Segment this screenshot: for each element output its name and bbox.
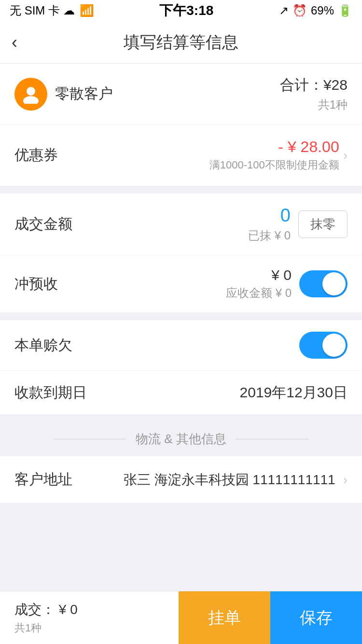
prepayment-right: ¥ 0 应收金额 ¥ 0 bbox=[226, 267, 348, 301]
bottom-info: 成交： ¥ 0 共1种 bbox=[0, 601, 179, 635]
prepayment-label: 冲预收 bbox=[14, 274, 82, 294]
sim-status: 无 SIM 卡 ☁ bbox=[10, 3, 75, 18]
deal-amount-section: 成交金额 0 已抹 ¥ 0 抹零 冲预收 ¥ 0 应收金额 ¥ 0 bbox=[0, 194, 362, 312]
svg-point-0 bbox=[27, 87, 35, 96]
deal-amount-label: 成交金额 bbox=[14, 214, 82, 234]
deal-amount-value: 0 bbox=[280, 205, 291, 226]
battery-level: 69% bbox=[311, 4, 334, 17]
bottom-bar: 成交： ¥ 0 共1种 挂单 保存 bbox=[0, 591, 362, 644]
status-time: 下午3:18 bbox=[159, 1, 213, 20]
wifi-icon: 📶 bbox=[80, 4, 94, 17]
status-bar: 无 SIM 卡 ☁ 📶 下午3:18 ↗ ⏰ 69% 🔋 bbox=[0, 0, 362, 21]
nav-bar: ‹ 填写结算等信息 bbox=[0, 21, 362, 64]
coupon-right: - ¥ 28.00 满1000-100不限制使用金额 › bbox=[209, 138, 348, 172]
bottom-deal-label: 成交： bbox=[14, 602, 55, 617]
address-chevron-icon: › bbox=[343, 472, 348, 488]
address-row[interactable]: 客户地址 张三 海淀永丰科技园 11111111111 › bbox=[0, 456, 362, 504]
location-icon: ↗ bbox=[279, 4, 289, 17]
alarm-icon: ⏰ bbox=[292, 4, 307, 17]
prepayment-sub: 应收金额 ¥ 0 bbox=[226, 285, 292, 301]
debt-label: 本单赊欠 bbox=[14, 336, 82, 355]
logistics-label: 物流 & 其他信息 bbox=[136, 431, 226, 448]
round-off-button[interactable]: 抹零 bbox=[298, 210, 348, 238]
avatar bbox=[14, 78, 47, 111]
logistics-header: 物流 & 其他信息 bbox=[0, 422, 362, 456]
coupon-amount: - ¥ 28.00 bbox=[209, 138, 339, 156]
page-title: 填写结算等信息 bbox=[124, 31, 238, 54]
address-label: 客户地址 bbox=[14, 470, 72, 490]
coupon-label: 优惠券 bbox=[14, 145, 58, 165]
chevron-right-icon: › bbox=[343, 148, 348, 163]
bottom-deal-amount: 成交： ¥ 0 bbox=[14, 601, 164, 619]
due-date-value: 2019年12月30日 bbox=[240, 383, 348, 403]
debt-right bbox=[299, 332, 348, 359]
debt-row: 本单赊欠 bbox=[0, 320, 362, 371]
save-button[interactable]: 保存 bbox=[270, 591, 362, 644]
due-date-row: 收款到期日 2019年12月30日 bbox=[0, 371, 362, 414]
customer-left: 零散客户 bbox=[14, 78, 113, 111]
status-left: 无 SIM 卡 ☁ 📶 bbox=[10, 3, 94, 18]
status-right: ↗ ⏰ 69% 🔋 bbox=[279, 4, 352, 17]
debt-section: 本单赊欠 收款到期日 2019年12月30日 bbox=[0, 320, 362, 414]
prepayment-row: 冲预收 ¥ 0 应收金额 ¥ 0 bbox=[0, 255, 362, 312]
address-value: 张三 海淀永丰科技园 11111111111 bbox=[80, 471, 335, 489]
debt-toggle[interactable] bbox=[299, 332, 348, 359]
customer-section: 零散客户 合计：¥28 共1种 优惠券 - ¥ 28.00 满1000-100不… bbox=[0, 64, 362, 186]
coupon-value-wrap: - ¥ 28.00 满1000-100不限制使用金额 bbox=[209, 138, 339, 172]
total-count: 共1种 bbox=[280, 97, 348, 112]
svg-point-1 bbox=[23, 96, 39, 104]
bottom-count: 共1种 bbox=[14, 621, 164, 635]
due-date-label: 收款到期日 bbox=[14, 383, 87, 403]
coupon-row[interactable]: 优惠券 - ¥ 28.00 满1000-100不限制使用金额 › bbox=[0, 124, 362, 186]
deal-amount-right: 0 已抹 ¥ 0 抹零 bbox=[248, 205, 348, 243]
address-section: 客户地址 张三 海淀永丰科技园 11111111111 › bbox=[0, 456, 362, 504]
prepayment-col: ¥ 0 应收金额 ¥ 0 bbox=[226, 267, 292, 301]
total-amount: 合计：¥28 bbox=[280, 75, 348, 95]
prepayment-toggle[interactable] bbox=[299, 270, 348, 297]
back-button[interactable]: ‹ bbox=[12, 32, 17, 53]
avatar-icon bbox=[21, 84, 41, 104]
bottom-deal-value: ¥ 0 bbox=[59, 602, 78, 617]
deal-already-rounded: 已抹 ¥ 0 bbox=[248, 228, 291, 243]
hold-order-button[interactable]: 挂单 bbox=[179, 591, 270, 644]
customer-row: 零散客户 合计：¥28 共1种 bbox=[0, 64, 362, 124]
battery-icon: 🔋 bbox=[338, 4, 352, 17]
coupon-desc: 满1000-100不限制使用金额 bbox=[209, 158, 339, 172]
deal-amount-row: 成交金额 0 已抹 ¥ 0 抹零 bbox=[0, 194, 362, 255]
customer-right: 合计：¥28 共1种 bbox=[280, 75, 348, 112]
customer-name: 零散客户 bbox=[55, 84, 113, 104]
prepayment-value: ¥ 0 bbox=[271, 267, 292, 283]
deal-amount-col: 0 已抹 ¥ 0 bbox=[248, 205, 291, 243]
